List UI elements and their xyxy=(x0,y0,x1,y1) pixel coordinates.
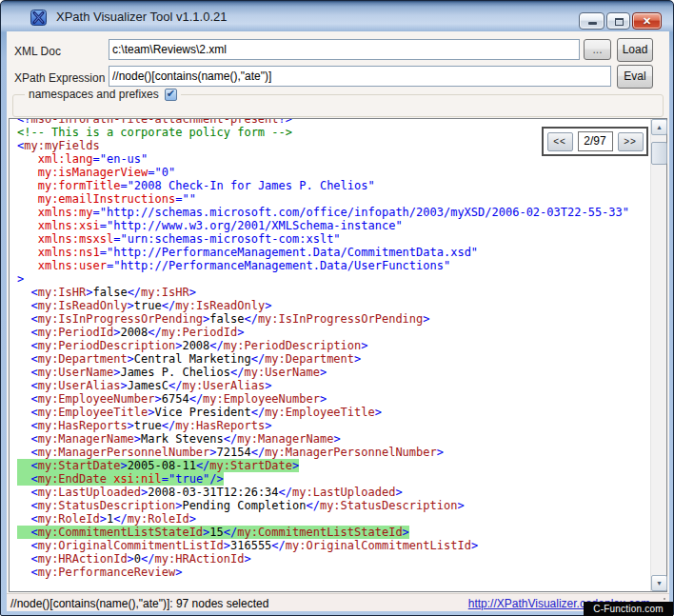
xml-line: <my:ManagerName>Mark Stevens</my:Manager… xyxy=(17,432,649,446)
xml-line: <my:IsInProgressOrPending>false</my:IsIn… xyxy=(17,312,649,326)
client-area: XML Doc ... Load XPath Expression Eval n… xyxy=(7,31,669,611)
browse-button[interactable]: ... xyxy=(584,39,611,60)
statusbar: //node()[contains(name(),"ate")]: 97 nod… xyxy=(7,593,669,611)
previous-node-button[interactable]: << xyxy=(547,132,573,151)
xml-doc-label: XML Doc xyxy=(14,45,61,58)
close-button[interactable]: ✕ xyxy=(632,12,662,30)
xml-line: > xyxy=(17,272,649,286)
namespaces-checkbox[interactable] xyxy=(165,89,177,101)
xml-line: <my:IsHR>false</my:IsHR> xyxy=(17,286,649,299)
xml-line: <my:ManagerPersonnelNumber>72154</my:Man… xyxy=(17,446,649,459)
node-pager: << 2/97 >> xyxy=(542,127,648,156)
namespaces-label: namespaces and prefixes xyxy=(29,88,159,101)
xml-line: xmlns:xsi="http://www.w3.org/2001/XMLSch… xyxy=(17,219,649,232)
xml-doc-input[interactable] xyxy=(109,39,580,60)
app-window: XPath Visualizer Tool v1.1.0.21 ✕ XML Do… xyxy=(0,0,674,616)
xml-line: <my:UserAlias>JamesC</my:UserAlias> xyxy=(17,379,649,392)
xpath-expression-input[interactable] xyxy=(109,66,611,87)
xml-line: my:formTitle="2008 Check-In for James P.… xyxy=(17,179,649,192)
xpath-expression-label: XPath Expression xyxy=(14,71,105,85)
namespaces-groupbox: namespaces and prefixes xyxy=(12,94,664,117)
vertical-scrollbar[interactable]: ▲ ▼ xyxy=(650,119,666,591)
xml-line: <my:EmployeeNumber>6754</my:EmployeeNumb… xyxy=(17,392,649,406)
xml-line: <my:LastUploaded>2008-03-31T12:26:34</my… xyxy=(17,486,649,499)
watermark: C-Function.com xyxy=(584,602,673,616)
xml-viewer[interactable]: <?mso-infoPath-file-attachment-present?>… xyxy=(9,118,667,592)
xml-line: <my:PeriodId>2008</my:PeriodId> xyxy=(17,326,649,339)
xml-line: <my:EndDate xsi:nil="true"/> xyxy=(17,472,649,486)
xml-line: <my:CommitmentListStateId>15</my:Commitm… xyxy=(17,526,649,539)
xml-line: <my:IsReadOnly>true</my:IsReadOnly> xyxy=(17,299,649,312)
eval-button[interactable]: Eval xyxy=(617,65,653,89)
titlebar: XPath Visualizer Tool v1.1.0.21 ✕ xyxy=(1,1,673,31)
xml-line: <?mso-infoPath-file-attachment-present?> xyxy=(17,119,649,126)
xml-line: <my:HRActionId>0</my:HRActionId> xyxy=(17,552,649,566)
xml-line: <my:RoleId>1</my:RoleId> xyxy=(17,512,649,526)
xml-line: <my:HasReports>true</my:HasReports> xyxy=(17,419,649,432)
next-node-button[interactable]: >> xyxy=(618,132,644,151)
xml-line: my:isManagerView="0" xyxy=(17,166,649,179)
load-button[interactable]: Load xyxy=(617,38,653,62)
status-text: //node()[contains(name(),"ate")]: 97 nod… xyxy=(10,597,268,610)
window-title: XPath Visualizer Tool v1.1.0.21 xyxy=(56,10,227,24)
xml-line: <my:EmployeeTitle>Vice President</my:Emp… xyxy=(17,406,649,419)
scroll-up-button[interactable]: ▲ xyxy=(651,119,667,135)
xml-code: <?mso-infoPath-file-attachment-present?>… xyxy=(17,119,649,579)
xml-line: <my:StartDate>2005-08-11</my:StartDate> xyxy=(17,459,649,472)
xml-line: <my:Department>Central Marketing</my:Dep… xyxy=(17,352,649,366)
xml-line: my:emailInstructions="" xyxy=(17,192,649,206)
xml-line: <my:PeriodDescription>2008</my:PeriodDes… xyxy=(17,339,649,352)
scroll-down-button[interactable]: ▼ xyxy=(651,575,667,591)
close-icon: ✕ xyxy=(633,15,661,28)
xml-line: <my:UserName>James P. Chelios</my:UserNa… xyxy=(17,366,649,379)
maximize-button[interactable] xyxy=(606,12,630,30)
xml-line: xmlns:msxsl="urn:schemas-microsoft-com:x… xyxy=(17,232,649,246)
minimize-button[interactable] xyxy=(579,12,605,30)
xml-line: xmlns:user="http://PerformanceManagement… xyxy=(17,259,649,272)
scrollbar-thumb[interactable] xyxy=(651,142,667,165)
xml-line: xmlns:ns1="http://PerformanceManagement.… xyxy=(17,246,649,259)
node-position-indicator[interactable]: 2/97 xyxy=(578,131,613,151)
xml-line: <my:StatusDescription>Pending Completion… xyxy=(17,499,649,512)
app-icon xyxy=(30,10,47,26)
xml-line: <my:OriginalCommitmentListId>316555</my:… xyxy=(17,539,649,552)
xml-line: xmlns:my="http://schemas.microsoft.com/o… xyxy=(17,206,649,219)
xml-line: <my:PerformanceReview> xyxy=(17,566,649,579)
xml-code-container: <?mso-infoPath-file-attachment-present?>… xyxy=(10,119,649,590)
